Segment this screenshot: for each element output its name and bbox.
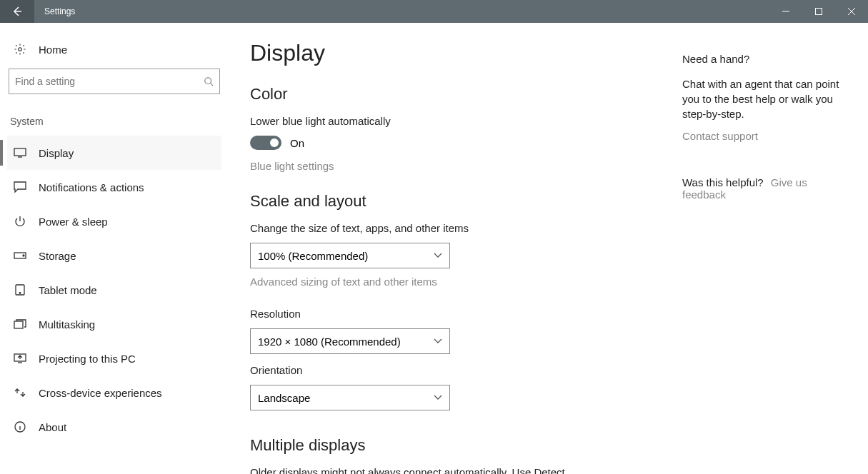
- power-icon: [13, 216, 27, 227]
- chevron-down-icon: [434, 253, 442, 258]
- sidebar-item-label: Notifications & actions: [39, 181, 144, 193]
- sidebar-item-label: Projecting to this PC: [39, 353, 136, 365]
- window-title: Settings: [34, 6, 75, 16]
- contact-support-link[interactable]: Contact support: [682, 130, 847, 142]
- search-input[interactable]: [15, 76, 204, 87]
- back-button[interactable]: [0, 0, 34, 23]
- svg-point-5: [23, 255, 24, 256]
- feedback-question: Was this helpful?: [682, 176, 764, 188]
- help-heading: Need a hand?: [682, 53, 847, 65]
- resolution-dropdown[interactable]: 1920 × 1080 (Recommended): [250, 328, 450, 354]
- svg-point-2: [205, 78, 211, 84]
- sidebar-item-display[interactable]: Display: [7, 136, 221, 170]
- home-button[interactable]: Home: [7, 37, 221, 69]
- svg-rect-8: [14, 321, 23, 328]
- maximize-button[interactable]: [802, 0, 835, 23]
- help-pane: Need a hand? Chat with an agent that can…: [661, 40, 847, 474]
- multi-displays-body: Older displays might not always connect …: [250, 466, 661, 474]
- toggle-knob: [270, 138, 279, 147]
- project-icon: [13, 353, 27, 363]
- search-input-wrap[interactable]: [9, 69, 220, 94]
- sidebar-item-about[interactable]: About: [7, 410, 221, 444]
- orientation-label: Orientation: [250, 364, 661, 376]
- section-color-heading: Color: [250, 85, 661, 104]
- svg-point-7: [19, 293, 21, 294]
- close-icon: [847, 7, 856, 16]
- orientation-value: Landscape: [258, 392, 310, 404]
- scale-size-dropdown[interactable]: 100% (Recommended): [250, 243, 450, 268]
- chat-icon: [13, 181, 27, 193]
- sidebar-item-power[interactable]: Power & sleep: [7, 204, 221, 238]
- chevron-down-icon: [434, 338, 442, 344]
- display-icon: [13, 148, 27, 158]
- sidebar-item-storage[interactable]: Storage: [7, 238, 221, 273]
- maximize-icon: [814, 7, 823, 16]
- resolution-value: 1920 × 1080 (Recommended): [258, 336, 401, 348]
- cross-device-icon: [13, 387, 27, 398]
- minimize-icon: [782, 7, 790, 16]
- blue-light-toggle-state: On: [290, 137, 304, 149]
- svg-rect-0: [816, 9, 822, 15]
- resolution-label: Resolution: [250, 308, 661, 320]
- advanced-sizing-link[interactable]: Advanced sizing of text and other items: [250, 276, 661, 288]
- sidebar-item-cross-device[interactable]: Cross-device experiences: [7, 375, 221, 410]
- gear-icon: [13, 43, 27, 56]
- sidebar-item-notifications[interactable]: Notifications & actions: [7, 170, 221, 204]
- storage-icon: [13, 252, 27, 259]
- sidebar-item-label: Multitasking: [39, 318, 95, 331]
- scale-size-label: Change the size of text, apps, and other…: [250, 222, 661, 234]
- sidebar-item-projecting[interactable]: Projecting to this PC: [7, 341, 221, 375]
- blue-light-settings-link[interactable]: Blue light settings: [250, 160, 661, 172]
- svg-point-1: [19, 48, 22, 51]
- back-icon: [11, 6, 23, 17]
- search-icon: [204, 76, 214, 86]
- close-button[interactable]: [835, 0, 868, 23]
- sidebar-item-multitasking[interactable]: Multitasking: [7, 307, 221, 341]
- category-label: System: [7, 94, 221, 136]
- multitasking-icon: [13, 319, 27, 329]
- sidebar-item-label: About: [39, 421, 66, 433]
- chevron-down-icon: [434, 395, 442, 400]
- svg-rect-3: [14, 148, 26, 156]
- minimize-button[interactable]: [769, 0, 802, 23]
- page-title: Display: [250, 40, 661, 66]
- tablet-icon: [13, 284, 27, 296]
- sidebar-item-label: Tablet mode: [39, 284, 97, 296]
- info-icon: [13, 421, 27, 433]
- section-scale-heading: Scale and layout: [250, 192, 661, 211]
- sidebar-item-label: Power & sleep: [39, 216, 108, 228]
- titlebar: Settings: [0, 0, 868, 23]
- sidebar: Home System Display Notifications & acti…: [0, 23, 229, 474]
- home-label: Home: [39, 44, 67, 56]
- help-body: Chat with an agent that can point you to…: [682, 76, 847, 121]
- scale-size-value: 100% (Recommended): [258, 250, 368, 262]
- blue-light-toggle-label: Lower blue light automatically: [250, 115, 661, 127]
- main-content: Display Color Lower blue light automatic…: [229, 23, 868, 474]
- sidebar-item-label: Display: [39, 147, 74, 159]
- section-multi-heading: Multiple displays: [250, 436, 661, 455]
- blue-light-toggle[interactable]: [250, 136, 281, 150]
- sidebar-item-label: Storage: [39, 250, 76, 262]
- sidebar-item-tablet[interactable]: Tablet mode: [7, 273, 221, 307]
- orientation-dropdown[interactable]: Landscape: [250, 385, 450, 410]
- sidebar-item-label: Cross-device experiences: [39, 387, 162, 399]
